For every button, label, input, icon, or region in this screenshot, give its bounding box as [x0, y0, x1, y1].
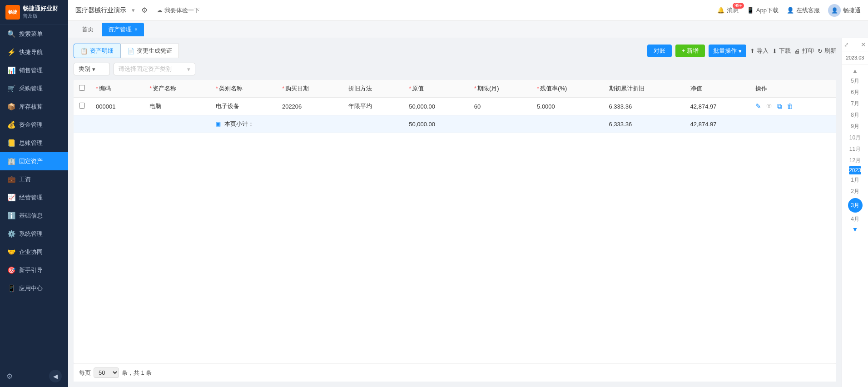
tab-home[interactable]: 首页: [75, 23, 100, 36]
calendar-month-curr[interactable]: 2月: [851, 186, 859, 197]
select-all-header[interactable]: [74, 80, 90, 98]
sidebar-item-enterprise[interactable]: 🤝企业协同: [0, 243, 68, 261]
calendar-month-prev[interactable]: 7月: [851, 98, 859, 109]
row-checkbox[interactable]: [79, 103, 85, 109]
sidebar-item-basic-info[interactable]: ℹ️基础信息: [0, 207, 68, 225]
sidebar-icon-system: ⚙️: [7, 230, 15, 238]
batch-operation-button[interactable]: 批量操作 ▾: [709, 45, 746, 57]
sidebar-item-sales[interactable]: 📊销售管理: [0, 61, 68, 79]
calendar-nav-up[interactable]: ▲: [851, 66, 859, 75]
calendar-nav-down[interactable]: ▼: [851, 225, 859, 234]
main-area: 医疗器械行业演示 ▾ ⚙ ☁ 我要体验一下 🔔 消息 99+ 📱 App下载 👤…: [68, 0, 868, 387]
subtotal-row: ▣ 本页小计： 50,000.00 6,333.36 42,874.97: [74, 115, 836, 133]
th-net-value: 净值: [685, 80, 750, 98]
table-header-row: *编码 *资产名称 *类别名称 *购买日期 折旧方法 *原值 *期限(月) *残…: [74, 80, 836, 98]
calendar-month-prev[interactable]: 12月: [849, 155, 861, 166]
calendar-month-prev[interactable]: 5月: [851, 75, 859, 87]
sidebar-item-inventory[interactable]: 📦库存核算: [0, 98, 68, 116]
app-download-button[interactable]: 📱 App下载: [747, 6, 779, 15]
calendar-scroll[interactable]: ▲5月6月7月8月9月10月11月12月20231月2月3月4月▼: [842, 64, 868, 387]
calendar-year-curr[interactable]: 2023: [849, 166, 861, 174]
header-settings-icon[interactable]: ⚙: [141, 6, 148, 15]
sidebar-label-funds: 资金管理: [19, 121, 43, 129]
select-all-checkbox[interactable]: [79, 85, 85, 91]
sidebar-item-search[interactable]: 🔍搜索菜单: [0, 25, 68, 43]
copy-icon[interactable]: ⧉: [777, 102, 782, 110]
calendar-month-curr[interactable]: 1月: [851, 174, 859, 186]
sidebar-logo: 畅捷 畅捷通好业财 普及版: [0, 0, 68, 25]
cloud-icon: ☁: [157, 7, 163, 14]
messages-button[interactable]: 🔔 消息 99+: [717, 6, 739, 15]
tab-asset-management[interactable]: 资产管理 ×: [102, 23, 144, 36]
customer-service-button[interactable]: 👤 在线客服: [787, 6, 820, 15]
print-icon: 🖨: [794, 48, 800, 55]
sidebar-label-inventory: 库存核算: [19, 103, 43, 111]
right-panel-close-icon[interactable]: ✕: [861, 41, 866, 48]
sidebar-bottom: ⚙ ◀: [0, 365, 68, 387]
collapse-sidebar-button[interactable]: ◀: [49, 370, 62, 382]
sidebar-item-quick-nav[interactable]: ⚡快捷导航: [0, 43, 68, 61]
experience-button[interactable]: ☁ 我要体验一下: [157, 6, 200, 15]
sidebar-nav: 🔍搜索菜单⚡快捷导航📊销售管理🛒采购管理📦库存核算💰资金管理📒总账管理🏢固定资产…: [0, 25, 68, 365]
main-content: 📋 资产明细 📄 变更生成凭证 对账 + 新增 批量操作 ▾ ⬆: [68, 38, 842, 387]
sidebar-item-purchase[interactable]: 🛒采购管理: [0, 79, 68, 98]
edit-icon[interactable]: ✎: [755, 102, 761, 110]
sidebar-icon-search: 🔍: [7, 30, 15, 38]
row-period: 60: [469, 98, 531, 115]
calendar-month-curr[interactable]: 4月: [851, 213, 859, 225]
user-profile[interactable]: 👤 畅捷通: [828, 4, 861, 17]
toolbar-buttons: 对账 + 新增 批量操作 ▾ ⬆ 导入 ⬇ 下载 🖨: [647, 45, 836, 57]
right-panel: ⤢ ✕ 2023.03 ▲5月6月7月8月9月10月11月12月20231月2月…: [842, 38, 868, 387]
row-checkbox-cell[interactable]: [74, 98, 90, 115]
sidebar-item-system[interactable]: ⚙️系统管理: [0, 225, 68, 243]
row-depreciation-method: 年限平均: [343, 98, 403, 115]
sub-tab-asset-detail[interactable]: 📋 资产明细: [74, 44, 120, 58]
company-dropdown-icon[interactable]: ▾: [132, 7, 135, 14]
row-category: 电子设备: [210, 98, 277, 115]
th-actions: 操作: [750, 80, 836, 98]
calendar-month-prev[interactable]: 9月: [851, 121, 859, 132]
batch-dropdown-icon: ▾: [739, 48, 742, 55]
sidebar-item-funds[interactable]: 💰资金管理: [0, 116, 68, 134]
sidebar-label-payroll: 工资: [19, 175, 31, 184]
sidebar-icon-fixed-assets: 🏢: [7, 157, 15, 165]
per-page-select[interactable]: 50 10 20 100: [94, 367, 119, 378]
calendar-month-prev[interactable]: 8月: [851, 109, 859, 121]
calendar-header[interactable]: 2023.03: [842, 51, 868, 64]
calendar-year-label: 2023.03: [846, 55, 864, 60]
right-panel-expand-icon[interactable]: ⤢: [844, 41, 849, 48]
sidebar-item-new-guide[interactable]: 🎯新手引导: [0, 261, 68, 279]
new-button[interactable]: + 新增: [675, 45, 705, 57]
asset-table: *编码 *资产名称 *类别名称 *购买日期 折旧方法 *原值 *期限(月) *残…: [74, 80, 836, 363]
calendar-month-prev[interactable]: 11月: [849, 144, 861, 155]
calendar-month-prev[interactable]: 6月: [851, 87, 859, 98]
asset-category-select[interactable]: 请选择固定资产类别 ▾: [114, 63, 195, 75]
settings-icon[interactable]: ⚙: [6, 372, 13, 381]
sub-tab-change-voucher[interactable]: 📄 变更生成凭证: [120, 44, 179, 58]
delete-icon[interactable]: 🗑: [787, 102, 794, 110]
subtotal-icon: ▣: [216, 121, 221, 127]
header-right: 🔔 消息 99+ 📱 App下载 👤 在线客服 👤 畅捷通: [717, 4, 861, 17]
sidebar: 畅捷 畅捷通好业财 普及版 🔍搜索菜单⚡快捷导航📊销售管理🛒采购管理📦库存核算💰…: [0, 0, 68, 387]
tab-close-icon[interactable]: ×: [134, 26, 138, 33]
calendar-month-prev[interactable]: 10月: [849, 132, 861, 144]
sidebar-item-app-center[interactable]: 📱应用中心: [0, 279, 68, 298]
sidebar-item-payroll[interactable]: 💼工资: [0, 170, 68, 189]
sidebar-item-ledger[interactable]: 📒总账管理: [0, 134, 68, 152]
download-button[interactable]: ⬇ 下载: [772, 45, 791, 57]
sidebar-item-operations[interactable]: 📈经营管理: [0, 189, 68, 207]
company-name: 医疗器械行业演示: [75, 6, 126, 15]
sidebar-label-quick-nav: 快捷导航: [19, 48, 43, 56]
subtotal-label: ▣ 本页小计：: [210, 115, 343, 133]
sidebar-icon-inventory: 📦: [7, 103, 15, 111]
print-button[interactable]: 🖨 打印: [794, 45, 814, 57]
reconcile-button[interactable]: 对账: [647, 45, 672, 57]
category-filter-select[interactable]: 类别 ▾: [74, 63, 110, 75]
sidebar-label-fixed-assets: 固定资产: [19, 157, 43, 165]
refresh-button[interactable]: ↻ 刷新: [818, 45, 836, 57]
import-button[interactable]: ⬆ 导入: [750, 45, 769, 57]
sidebar-item-fixed-assets[interactable]: 🏢固定资产: [0, 152, 68, 170]
view-icon[interactable]: 👁: [766, 102, 773, 110]
calendar-month-curr[interactable]: 3月: [848, 198, 863, 213]
pagination: 每页 50 10 20 100 条，共 1 条: [74, 363, 836, 382]
